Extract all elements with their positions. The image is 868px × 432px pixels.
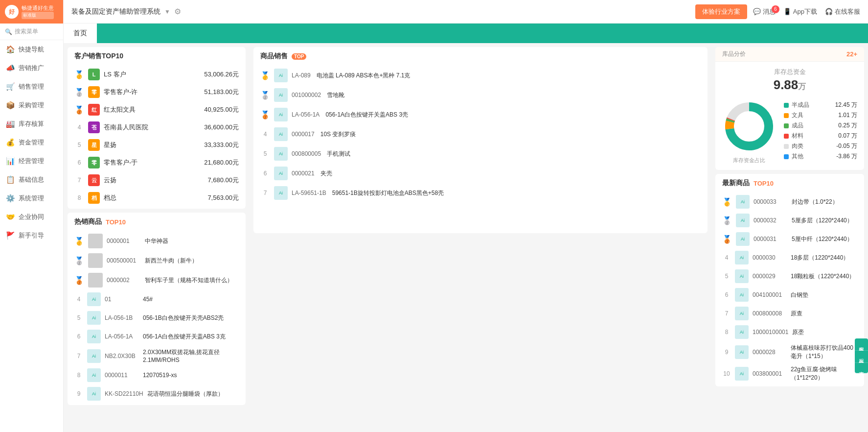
sidebar-item-guide[interactable]: 🚩新手引导 bbox=[0, 226, 63, 245]
product-thumb: Ai bbox=[87, 292, 101, 306]
sidebar-item-sales[interactable]: 🛒销售管理 bbox=[0, 77, 63, 96]
search-menu[interactable]: 🔍 搜索菜单 bbox=[0, 24, 63, 40]
legend-dot bbox=[784, 134, 789, 139]
legend-dot bbox=[784, 113, 789, 118]
rank-num: 5 bbox=[260, 150, 270, 157]
rank-medal: 🥈 bbox=[722, 216, 732, 225]
customer-ranking-title: 客户销售TOP10 bbox=[74, 52, 123, 61]
product-rank-item: 7 Ai LA-59651-1B 59651-1B旋转投影灯电池盒ABS黑色+5… bbox=[253, 183, 708, 203]
product-code: 0000030 bbox=[753, 254, 787, 261]
product-code: LA-056-1A bbox=[292, 111, 320, 118]
inventory-card: 库品分价 22+ 库存总资金 9.88万 bbox=[715, 47, 864, 170]
product-code: LA-089 bbox=[292, 72, 311, 79]
sidebar-item-system[interactable]: ⚙️系统管理 bbox=[0, 189, 63, 208]
sidebar-item-inventory[interactable]: 🏭库存核算 bbox=[0, 115, 63, 133]
sidebar-item-marketing[interactable]: 📣营销推广 bbox=[0, 59, 63, 77]
product-thumb: Ai bbox=[87, 330, 101, 343]
customer-avatar: 档 bbox=[88, 192, 100, 204]
legend-dot bbox=[784, 144, 789, 149]
hot-product-item: 7 Ai NB2.0X30B 2.0X30MM双搓花轴,搓花直径2.1MM/RO… bbox=[68, 346, 246, 366]
product-name: 22g鱼豆腐·烧烤味（1*12*20） bbox=[791, 365, 857, 382]
message-icon: 💬 bbox=[753, 8, 761, 15]
topbar-right: 💬 消息 6 📱 App下载 🎧 在线客服 bbox=[753, 7, 860, 16]
system-icon: ⚙️ bbox=[6, 194, 15, 203]
sidebar-label-system: 系统管理 bbox=[19, 194, 44, 203]
product-code: 0000017 bbox=[292, 131, 315, 138]
product-thumb: Ai bbox=[736, 232, 750, 246]
product-thumb: Ai bbox=[87, 368, 101, 382]
rank-medal: 🥈 bbox=[260, 91, 270, 100]
hot-product-item: 9 Ai KK-SD22110H 花语萌恒温分腿睡袋（厚款） bbox=[68, 384, 246, 403]
product-thumb: Ai bbox=[735, 367, 749, 381]
customer-name: 云扬 bbox=[104, 176, 204, 185]
message-badge[interactable]: 💬 消息 6 bbox=[753, 7, 776, 16]
sidebar-item-basics[interactable]: 📋基础信息 bbox=[0, 170, 63, 189]
customer-rank-list: 🥇 L LS 客户 53,006.26元 🥈 零 零售客户-许 51,183.0… bbox=[68, 64, 246, 209]
float-btn-服务社区[interactable]: 服务社区 bbox=[855, 351, 868, 363]
product-name: 雪地靴 bbox=[327, 91, 701, 99]
float-btn-客服热线[interactable]: 客服热线 bbox=[855, 338, 868, 351]
chevron-down-icon: ▼ bbox=[164, 8, 170, 15]
customer-name: LS 客户 bbox=[104, 70, 200, 79]
product-code: 01 bbox=[105, 296, 139, 303]
hot-products-list: 🥇 0000001 中华神器 🥈 000500001 新西兰牛肉（新牛） 🥉 0… bbox=[68, 229, 246, 405]
product-thumb bbox=[88, 273, 103, 288]
product-name: 5厘中纤（1220*2440） bbox=[792, 235, 857, 243]
product-name: 花语萌恒温分腿睡袋（厚款） bbox=[147, 390, 239, 398]
product-code: 0000011 bbox=[105, 372, 139, 379]
inventory-total-label: 库存总资金 bbox=[722, 68, 857, 76]
new-product-item: 8 Ai 10000100001 原垄 bbox=[715, 323, 864, 341]
sidebar-item-operations[interactable]: 📊经营管理 bbox=[0, 152, 63, 170]
customer-avatar: 零 bbox=[88, 86, 100, 98]
sidebar-label-operations: 经营管理 bbox=[19, 157, 44, 166]
legend-value: 0.25 万 bbox=[838, 121, 857, 130]
app-download[interactable]: 📱 App下载 bbox=[783, 7, 817, 16]
legend-item: 成品 0.25 万 bbox=[784, 121, 857, 130]
sidebar-item-finance[interactable]: 💰资金管理 bbox=[0, 133, 63, 152]
customer-amount: 33,333.00元 bbox=[204, 141, 239, 149]
customer-ranking-header: 客户销售TOP10 bbox=[68, 47, 246, 64]
product-name: 18多层（1220*2440） bbox=[791, 254, 857, 262]
legend-value: -3.86 万 bbox=[836, 152, 857, 161]
tab-home[interactable]: 首页 bbox=[64, 24, 97, 43]
rank-num: 6 bbox=[260, 170, 270, 177]
sales-icon: 🛒 bbox=[6, 82, 15, 91]
topbar: 装备及固定资产辅助管理系统 ▼ ⚙ 体验行业方案 💬 消息 6 📱 App下载 … bbox=[64, 0, 868, 24]
float-btn-直播[interactable]: 直播 bbox=[855, 363, 868, 373]
product-thumb: Ai bbox=[87, 311, 101, 325]
rank-num: 5 bbox=[722, 273, 731, 280]
legend-value: -0.05 万 bbox=[836, 142, 857, 150]
product-name: 12070519-xs bbox=[143, 372, 239, 379]
sidebar-item-purchase[interactable]: 📦采购管理 bbox=[0, 96, 63, 115]
guide-icon: 🚩 bbox=[6, 231, 15, 240]
product-thumb: Ai bbox=[736, 214, 750, 227]
hot-product-item: 4 Ai 01 45# bbox=[68, 290, 246, 309]
product-name: 封边带（1.0*22） bbox=[792, 198, 857, 206]
customer-amount: 53,006.26元 bbox=[204, 70, 239, 79]
inventory-chart-row: 库存资金占比 半成品 12.45 万 文具 1.01 万 成品 0.25 万 材… bbox=[715, 96, 864, 170]
product-code: LA-056-1B bbox=[105, 314, 139, 321]
sidebar-label-purchase: 采购管理 bbox=[19, 101, 44, 110]
product-thumb bbox=[88, 253, 103, 268]
trial-btn[interactable]: 体验行业方案 bbox=[695, 4, 747, 19]
sidebar-item-cooperation[interactable]: 🤝企业协同 bbox=[0, 208, 63, 226]
product-name: 白钢垫 bbox=[791, 291, 857, 299]
product-thumb: Ai bbox=[736, 195, 750, 209]
sidebar-item-quick-nav[interactable]: 🏠快捷导航 bbox=[0, 40, 63, 59]
product-code: 0000029 bbox=[753, 273, 787, 280]
customer-name: 零售客户-于 bbox=[104, 158, 200, 167]
rank-num: 6 bbox=[74, 159, 84, 166]
new-products-card: 最新商品 TOP10 🥇 Ai 0000033 封边带（1.0*22） 🥈 Ai… bbox=[715, 174, 864, 386]
legend-label: 半成品 bbox=[792, 101, 832, 109]
product-ranking-title: 商品销售 bbox=[260, 52, 288, 61]
online-service[interactable]: 🎧 在线客服 bbox=[825, 7, 860, 16]
product-thumb: Ai bbox=[735, 269, 749, 283]
sidebar-label-quick-nav: 快捷导航 bbox=[19, 45, 44, 54]
gear-icon[interactable]: ⚙ bbox=[174, 7, 181, 16]
purchase-icon: 📦 bbox=[6, 101, 15, 110]
rank-num: 4 bbox=[74, 124, 84, 131]
customer-amount: 51,183.00元 bbox=[204, 88, 239, 96]
phone-icon: 📱 bbox=[783, 8, 791, 15]
legend-dot bbox=[784, 154, 789, 159]
product-thumb: Ai bbox=[87, 387, 101, 401]
